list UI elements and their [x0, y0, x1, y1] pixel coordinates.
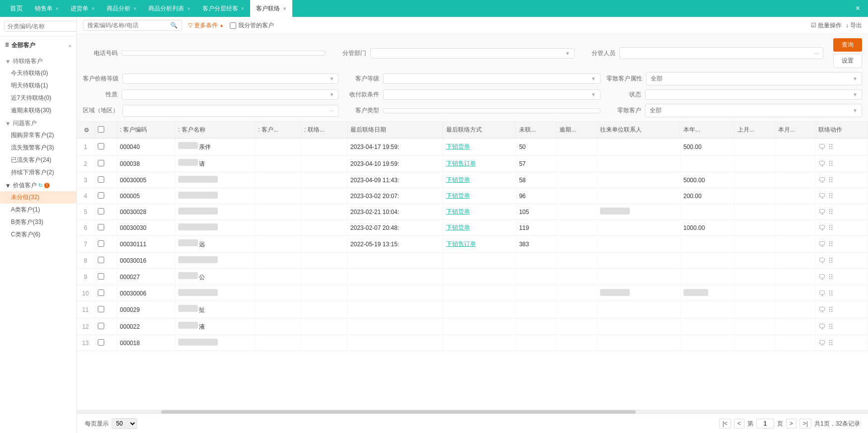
th-select[interactable]: [94, 122, 117, 139]
nav-tab-analysis-close[interactable]: ×: [134, 5, 136, 11]
first-page-btn[interactable]: |<: [719, 419, 731, 429]
phone-action-icon[interactable]: 🗨: [818, 339, 825, 347]
row-last-method[interactable]: [443, 253, 516, 269]
row-checkbox[interactable]: [98, 306, 104, 312]
row-select[interactable]: [94, 188, 117, 204]
prev-page-btn[interactable]: <: [734, 419, 744, 429]
nav-tab-purchase[interactable]: 进货单 ×: [65, 0, 100, 17]
row-last-method[interactable]: 下销货单: [443, 220, 516, 236]
more-action-icon[interactable]: ⠿: [828, 339, 833, 347]
filter-search-input[interactable]: [87, 22, 170, 29]
row-last-method[interactable]: [443, 301, 516, 318]
more-action-icon[interactable]: ⠿: [828, 240, 833, 248]
row-last-method[interactable]: [443, 269, 516, 286]
nav-tab-analysis[interactable]: 商品分析 ×: [101, 0, 142, 17]
more-action-icon[interactable]: ⠿: [828, 323, 833, 331]
customer-type-select[interactable]: [383, 108, 600, 113]
sidebar-item-b-class[interactable]: B类客户(33): [0, 216, 76, 228]
more-action-icon[interactable]: ⠿: [828, 273, 833, 281]
row-select[interactable]: [94, 155, 117, 172]
row-select[interactable]: [94, 220, 117, 236]
nav-home[interactable]: 首页: [4, 4, 29, 13]
row-select[interactable]: [94, 204, 117, 220]
export-btn[interactable]: ↓ 导出: [846, 21, 862, 30]
more-action-icon[interactable]: ⠿: [828, 306, 833, 314]
row-last-method[interactable]: [443, 318, 516, 335]
sidebar-item-churn-warn[interactable]: 流失预警客户(3): [0, 142, 76, 154]
last-method-link[interactable]: 下销货单: [446, 192, 470, 199]
more-action-icon[interactable]: ⠿: [828, 208, 833, 216]
last-page-btn[interactable]: >|: [800, 419, 811, 429]
retail-attr-select[interactable]: 全部 ▼: [646, 72, 862, 85]
row-last-method[interactable]: 下销货单: [443, 204, 516, 220]
row-last-method[interactable]: 下销货单: [443, 188, 516, 204]
filter-more-btn[interactable]: ▽ 更多条件 ▲: [188, 21, 224, 30]
last-method-link[interactable]: 下销货单: [446, 176, 470, 183]
sidebar-item-tomorrow[interactable]: 明天待联络(1): [0, 79, 76, 92]
row-last-method[interactable]: 下销售订单: [443, 236, 516, 253]
reset-button[interactable]: 设置: [833, 54, 862, 68]
phone-action-icon[interactable]: 🗨: [818, 289, 825, 297]
department-select[interactable]: ▼: [370, 48, 574, 59]
sidebar-group-pending[interactable]: ▼ 待联络客户: [0, 55, 76, 67]
sidebar-item-a-class[interactable]: A类客户(1): [0, 204, 76, 216]
sidebar-collapse-icon[interactable]: «: [68, 43, 71, 49]
refresh-icon[interactable]: ↻: [38, 182, 43, 189]
phone-action-icon[interactable]: 🗨: [818, 160, 825, 168]
row-select[interactable]: [94, 286, 117, 301]
sidebar-item-c-class[interactable]: C类客户(6): [0, 228, 76, 241]
page-input[interactable]: [756, 419, 774, 429]
nav-tab-customer-seg-close[interactable]: ×: [241, 5, 244, 11]
row-checkbox[interactable]: [98, 143, 104, 149]
nav-tab-sales-close[interactable]: ×: [56, 5, 59, 11]
row-select[interactable]: [94, 139, 117, 155]
sidebar-item-no-group[interactable]: 未分组(32): [0, 191, 76, 204]
row-select[interactable]: [94, 269, 117, 286]
row-checkbox[interactable]: [98, 273, 104, 280]
more-action-icon[interactable]: ⠿: [828, 289, 833, 297]
row-last-method[interactable]: 下销售订单: [443, 155, 516, 172]
sidebar-item-7days[interactable]: 近7天待联络(0): [0, 92, 76, 104]
row-checkbox[interactable]: [98, 224, 104, 230]
last-method-link[interactable]: 下销货单: [446, 224, 470, 231]
th-settings[interactable]: ⚙: [77, 122, 94, 139]
phone-action-icon[interactable]: 🗨: [818, 323, 825, 331]
row-checkbox[interactable]: [98, 160, 104, 166]
row-checkbox[interactable]: [98, 176, 104, 183]
more-action-icon[interactable]: ⠿: [828, 143, 833, 151]
phone-action-icon[interactable]: 🗨: [818, 192, 825, 200]
customer-level-select[interactable]: ▼: [383, 73, 600, 84]
my-customers-checkbox[interactable]: 我分管的客户: [230, 21, 274, 30]
phone-action-icon[interactable]: 🗨: [818, 224, 825, 232]
status-select[interactable]: ▼: [645, 89, 862, 100]
last-method-link[interactable]: 下销售订单: [446, 160, 476, 167]
row-select[interactable]: [94, 253, 117, 269]
nav-tab-customer-seg[interactable]: 客户分层经客 ×: [197, 0, 250, 17]
nav-window-close[interactable]: ×: [852, 4, 864, 13]
row-select[interactable]: [94, 318, 117, 335]
nav-tab-customer-contact[interactable]: 客户联络 ×: [250, 0, 292, 17]
sidebar-item-abnormal[interactable]: 囤购异常客户(2): [0, 129, 76, 142]
scrollbar-area[interactable]: [77, 410, 868, 414]
row-last-method[interactable]: 下销货单: [443, 139, 516, 155]
nav-tab-sales[interactable]: 销售单 ×: [29, 0, 65, 17]
region-select[interactable]: ···: [123, 105, 338, 117]
row-select[interactable]: [94, 335, 117, 351]
more-action-icon[interactable]: ⠿: [828, 224, 833, 232]
phone-action-icon[interactable]: 🗨: [818, 240, 825, 248]
row-checkbox[interactable]: [98, 289, 104, 296]
row-checkbox[interactable]: [98, 192, 104, 199]
manager-select[interactable]: ···: [619, 47, 823, 59]
more-action-icon[interactable]: ⠿: [828, 192, 833, 200]
payment-select[interactable]: ▼: [383, 89, 600, 100]
row-checkbox[interactable]: [98, 323, 104, 329]
sidebar-group-value[interactable]: ▼ 价值客户 ↻ !: [0, 179, 76, 191]
sidebar-item-lost[interactable]: 已流失客户(24): [0, 154, 76, 166]
nav-tab-customer-contact-close[interactable]: ×: [283, 5, 286, 11]
last-method-link[interactable]: 下销货单: [446, 143, 470, 150]
sidebar-item-today[interactable]: 今天待联络(0): [0, 67, 76, 79]
phone-action-icon[interactable]: 🗨: [818, 273, 825, 281]
more-action-icon[interactable]: ⠿: [828, 160, 833, 168]
phone-input[interactable]: [122, 51, 326, 56]
next-page-btn[interactable]: >: [786, 419, 797, 429]
